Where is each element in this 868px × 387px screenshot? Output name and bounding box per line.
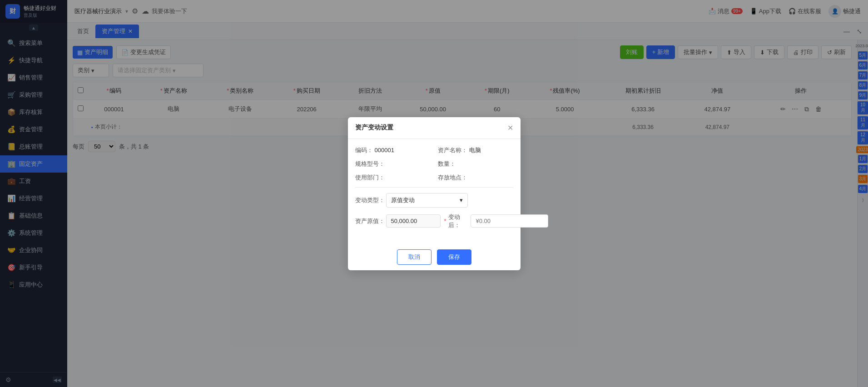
- modal-spec-label: 规格型号：: [355, 160, 385, 168]
- modal-name-value: 电脑: [469, 146, 481, 154]
- asset-change-modal: 资产变动设置 ✕ 编码： 000001 资产名称： 电脑 规格型号：: [348, 117, 521, 270]
- modal-change-type-label: 变动类型：: [355, 196, 382, 204]
- modal-info-row3: 使用部门： 存放地点：: [355, 174, 513, 182]
- cancel-label: 取消: [408, 253, 420, 260]
- modal-after-group: * 变动后：: [444, 213, 548, 229]
- modal-info-row2: 规格型号： 数量：: [355, 160, 513, 168]
- modal-quantity-field: 数量：: [438, 160, 513, 168]
- modal-spec-field: 规格型号：: [355, 160, 431, 168]
- modal-code-field: 编码： 000001: [355, 146, 431, 154]
- modal-code-label: 编码：: [355, 146, 373, 154]
- modal-footer: 取消 保存: [348, 244, 521, 270]
- modal-header: 资产变动设置 ✕: [348, 117, 521, 139]
- modal-name-label: 资产名称：: [438, 146, 467, 154]
- modal-divider: [355, 187, 513, 188]
- modal-dept-field: 使用部门：: [355, 174, 431, 182]
- modal-title: 资产变动设置: [355, 124, 393, 132]
- modal-quantity-label: 数量：: [438, 160, 456, 168]
- modal-dept-label: 使用部门：: [355, 174, 385, 182]
- save-label: 保存: [448, 253, 460, 260]
- modal-overlay: 资产变动设置 ✕ 编码： 000001 资产名称： 电脑 规格型号：: [0, 0, 868, 387]
- modal-change-type-select[interactable]: 原值变动 ▾: [386, 193, 468, 208]
- modal-code-value: 000001: [375, 147, 394, 154]
- modal-name-field: 资产名称： 电脑: [438, 146, 513, 154]
- modal-location-label: 存放地点：: [438, 174, 467, 182]
- modal-after-input[interactable]: [471, 214, 548, 228]
- modal-change-type-row: 变动类型： 原值变动 ▾: [355, 193, 513, 208]
- modal-cancel-button[interactable]: 取消: [397, 249, 432, 265]
- modal-original-value-label: 资产原值：: [355, 217, 382, 225]
- modal-change-type-value: 原值变动: [391, 196, 415, 204]
- modal-required-star: *: [444, 218, 446, 224]
- modal-info-row1: 编码： 000001 资产名称： 电脑: [355, 146, 513, 154]
- modal-save-button[interactable]: 保存: [437, 249, 471, 265]
- modal-original-value-display: 50,000.00: [386, 214, 441, 228]
- modal-change-type-dropdown-icon: ▾: [460, 197, 463, 203]
- modal-location-field: 存放地点：: [438, 174, 513, 182]
- modal-close-btn[interactable]: ✕: [507, 124, 513, 132]
- modal-after-label: 变动后：: [448, 213, 469, 229]
- modal-value-row: 资产原值： 50,000.00 * 变动后：: [355, 213, 513, 229]
- modal-body: 编码： 000001 资产名称： 电脑 规格型号： 数量：: [348, 139, 521, 244]
